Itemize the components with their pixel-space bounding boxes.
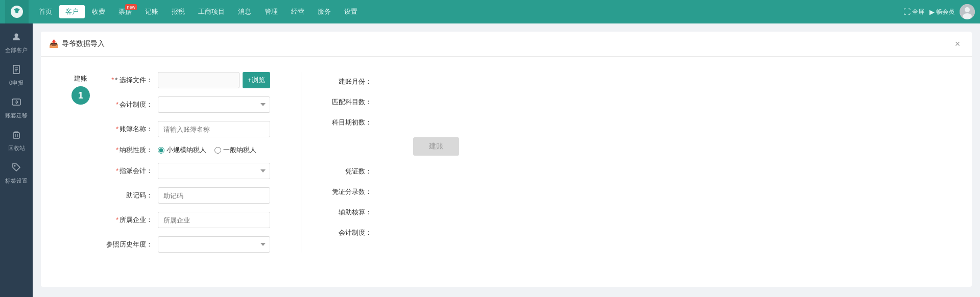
step-label: 建账 <box>74 74 87 83</box>
info-section-wrapper: 建账月份： 匹配科目数： 科目期初数： 建账 <box>332 72 495 253</box>
sidebar-item-recycle[interactable]: 回收站 <box>0 126 33 156</box>
company-input[interactable] <box>158 212 270 228</box>
form-grid: ** 选择文件： +浏览 *会计制度： <box>106 72 270 253</box>
accountant-select[interactable] <box>158 163 270 179</box>
svg-point-5 <box>15 34 18 37</box>
memo-code-label: 助记码： <box>106 191 153 200</box>
nav-customer[interactable]: 客户 <box>59 5 85 18</box>
fullscreen-btn[interactable]: ⛶ 全屏 <box>903 8 924 16</box>
step-indicator: 建账 1 <box>71 72 90 105</box>
tax-small-radio[interactable]: 小规模纳税人 <box>158 145 206 155</box>
voucher-count-label: 凭证数： <box>332 166 372 176</box>
memo-code-input[interactable] <box>158 187 270 204</box>
avatar[interactable] <box>960 4 975 19</box>
build-month-value <box>377 76 495 77</box>
reference-year-label: 参照历史年度： <box>106 240 153 249</box>
svg-point-3 <box>965 7 970 12</box>
voucher-entries-value <box>377 186 495 187</box>
panel-body: 建账 1 ** 选择文件： +浏览 <box>41 57 972 268</box>
panel-title-area: 📥 导爷数据导入 <box>49 39 105 48</box>
svg-point-1 <box>15 10 18 13</box>
account-migration-icon <box>11 97 21 110</box>
import-panel: 📥 导爷数据导入 × 建账 1 <box>41 32 972 287</box>
build-month-label: 建账月份： <box>332 76 372 86</box>
tag-settings-icon <box>11 162 21 175</box>
ledger-name-label: *账簿名称： <box>106 125 153 134</box>
subject-opening-label: 科目期初数： <box>332 117 372 127</box>
nav-service[interactable]: 服务 <box>312 5 337 18</box>
main-content: 📥 导爷数据导入 × 建账 1 <box>33 23 980 297</box>
ledger-name-input[interactable] <box>158 121 270 137</box>
nav-bizproject[interactable]: 工商项目 <box>192 5 231 18</box>
tax-type-label: *纳税性质： <box>106 145 153 155</box>
sidebar: 全部客户 0申报 账套迁移 <box>0 23 33 297</box>
company-label: *所属企业： <box>106 215 153 225</box>
panel-header: 📥 导爷数据导入 × <box>41 32 972 57</box>
tax-general-radio[interactable]: 一般纳税人 <box>214 145 256 155</box>
voucher-count-value <box>377 166 495 167</box>
file-input[interactable] <box>158 72 240 88</box>
vertical-divider <box>301 72 301 253</box>
nav-billing[interactable]: 收费 <box>86 5 111 18</box>
info-section: 建账月份： 匹配科目数： 科目期初数： 建账 <box>332 72 495 237</box>
match-subject-label: 匹配科目数： <box>332 96 372 107</box>
accountant-label: *指派会计： <box>106 166 153 176</box>
aux-accounting-label: 辅助核算： <box>332 207 372 217</box>
nav-invoice[interactable]: 票据 new <box>112 5 138 18</box>
sidebar-item-tag-settings[interactable]: 标签设置 <box>0 158 33 189</box>
nav-finance[interactable]: 经营 <box>285 5 310 18</box>
file-input-group: +浏览 <box>158 72 270 88</box>
nav-manage[interactable]: 管理 <box>258 5 284 18</box>
nav-items: 首页 客户 收费 票据 new 记账 报税 工商项目 消息 管理 经营 服务 设… <box>33 5 903 18</box>
close-button[interactable]: × <box>951 38 964 50</box>
nav-tax[interactable]: 报税 <box>165 5 191 18</box>
svg-point-4 <box>963 13 972 19</box>
sidebar-item-account-migration[interactable]: 账套迁移 <box>0 93 33 123</box>
nav-message[interactable]: 消息 <box>232 5 257 18</box>
build-button[interactable]: 建账 <box>413 137 459 156</box>
panel-title: 导爷数据导入 <box>62 39 105 48</box>
svg-rect-11 <box>13 133 19 138</box>
sidebar-item-all-customers[interactable]: 全部客户 <box>0 28 33 58</box>
declaration-icon <box>11 64 21 77</box>
step-circle: 1 <box>71 86 90 105</box>
info-accounting-system-label: 会计制度： <box>332 227 372 237</box>
svg-point-14 <box>14 165 16 167</box>
tax-type-group: 小规模纳税人 一般纳税人 <box>158 145 270 155</box>
voucher-entries-label: 凭证分录数： <box>332 186 372 196</box>
aux-accounting-value <box>377 207 495 208</box>
accounting-system-select[interactable] <box>158 96 270 113</box>
nav-ledger[interactable]: 记账 <box>139 5 164 18</box>
fullscreen-icon: ⛶ <box>903 8 911 16</box>
new-badge: new <box>125 4 137 10</box>
subject-opening-value <box>377 117 495 118</box>
step-form-area: 建账 1 ** 选择文件： +浏览 <box>71 72 270 253</box>
import-icon: 📥 <box>49 39 59 48</box>
reference-year-select[interactable] <box>158 236 270 253</box>
all-customers-icon <box>11 32 21 44</box>
match-subject-value <box>377 96 495 97</box>
nav-right: ⛶ 全屏 ▶ 畅会员 <box>903 4 975 19</box>
build-btn-wrapper: 建账 <box>377 137 495 156</box>
file-label: ** 选择文件： <box>106 76 153 85</box>
top-nav: 首页 客户 收费 票据 new 记账 报税 工商项目 消息 管理 经营 服务 设… <box>0 0 980 23</box>
layout: 全部客户 0申报 账套迁移 <box>0 23 980 297</box>
vip-btn[interactable]: ▶ 畅会员 <box>929 8 954 16</box>
vip-icon: ▶ <box>929 8 935 16</box>
info-accounting-system-value <box>377 227 495 228</box>
accounting-system-label: *会计制度： <box>106 100 153 109</box>
app-logo[interactable] <box>5 0 29 23</box>
sidebar-item-declaration[interactable]: 0申报 <box>0 60 33 91</box>
nav-home[interactable]: 首页 <box>33 5 58 18</box>
browse-button[interactable]: +浏览 <box>243 72 270 88</box>
recycle-icon <box>11 130 21 142</box>
nav-settings[interactable]: 设置 <box>338 5 364 18</box>
